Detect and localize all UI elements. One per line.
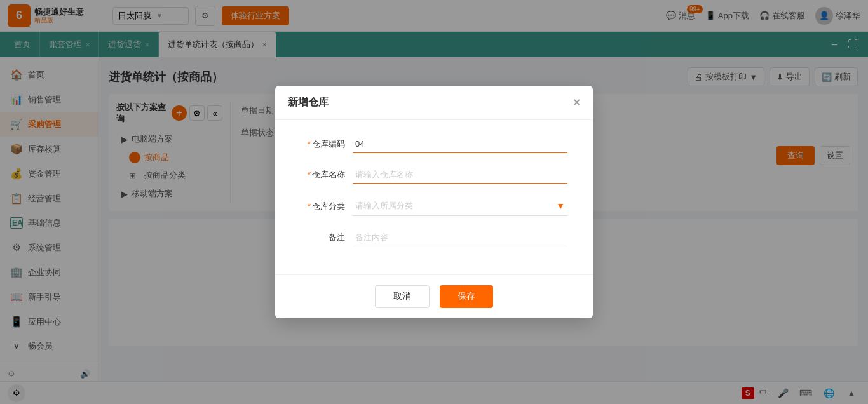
modal-footer: 取消 保存 xyxy=(275,274,593,318)
save-button[interactable]: 保存 xyxy=(440,285,493,308)
form-row-name: *仓库名称 xyxy=(301,166,567,184)
code-required-star: * xyxy=(308,139,311,149)
code-label: *仓库编码 xyxy=(301,138,345,150)
modal-overlay: 新增仓库 × *仓库编码 *仓库名称 *仓库分类 xyxy=(0,0,868,404)
cancel-button[interactable]: 取消 xyxy=(375,285,430,308)
modal-close-button[interactable]: × xyxy=(573,96,580,109)
modal-title: 新增仓库 xyxy=(288,96,329,109)
warehouse-name-input[interactable] xyxy=(353,166,567,184)
category-dropdown-icon: ▼ xyxy=(556,201,565,211)
form-row-category: *仓库分类 请输入所属分类 ▼ xyxy=(301,196,567,216)
remark-input[interactable] xyxy=(353,229,567,246)
form-row-code: *仓库编码 xyxy=(301,135,567,153)
category-label: *仓库分类 xyxy=(301,201,345,212)
warehouse-code-input[interactable] xyxy=(353,135,567,153)
add-warehouse-modal: 新增仓库 × *仓库编码 *仓库名称 *仓库分类 xyxy=(275,86,593,318)
name-required-star: * xyxy=(308,170,311,179)
name-label: *仓库名称 xyxy=(301,169,345,180)
category-placeholder: 请输入所属分类 xyxy=(355,200,556,212)
modal-header: 新增仓库 × xyxy=(275,86,593,120)
category-required-star: * xyxy=(308,201,311,211)
remark-label: 备注 xyxy=(301,232,345,243)
warehouse-category-select[interactable]: 请输入所属分类 ▼ xyxy=(353,196,567,216)
form-row-remark: 备注 xyxy=(301,229,567,246)
modal-body: *仓库编码 *仓库名称 *仓库分类 请输入所属分类 ▼ xyxy=(275,120,593,274)
